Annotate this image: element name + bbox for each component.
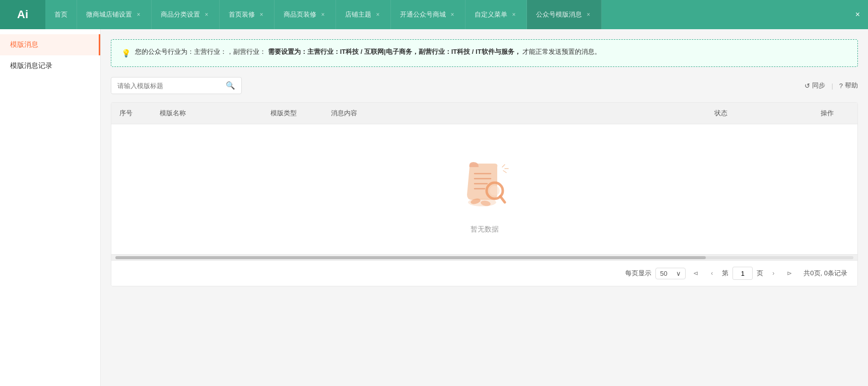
th-status: 状态	[706, 103, 797, 124]
th-type: 模版类型	[262, 103, 323, 124]
pagination: 每页显示 50 ∨ ⊲ ‹ 第 页 › ⊳ 共0页, 0条记录	[111, 260, 857, 286]
empty-icon	[454, 155, 515, 215]
nav-tab-label: 开通公众号商城	[400, 10, 446, 19]
logo-text: Ai	[17, 8, 28, 21]
svg-line-12	[503, 171, 506, 173]
next-page-button[interactable]: ›	[767, 267, 779, 279]
page-suffix: 页	[757, 269, 763, 278]
nav-tabs: 首页微商城店铺设置×商品分类设置×首页装修×商品页装修×店铺主题×开通公众号商城…	[45, 0, 847, 29]
help-button[interactable]: ? 帮助	[839, 81, 858, 90]
help-icon: ?	[839, 82, 843, 90]
notice-suffix: 才能正常发送预置的消息。	[522, 48, 601, 55]
th-content: 消息内容	[323, 103, 706, 124]
nav-tab-micro-shop[interactable]: 微商城店铺设置×	[77, 0, 152, 29]
notice-icon: 💡	[121, 47, 131, 59]
svg-line-7	[500, 196, 505, 202]
page-size-value: 50	[660, 270, 667, 277]
empty-state: 暂无数据	[111, 124, 857, 254]
sync-label: 同步	[812, 81, 825, 90]
toolbar-right: ↺ 同步 | ? 帮助	[805, 81, 858, 90]
nav-tab-label: 店铺主题	[345, 10, 371, 19]
page-size-label: 每页显示	[625, 269, 651, 278]
nav-tab-label: 自定义菜单	[475, 10, 507, 19]
divider: |	[831, 82, 833, 90]
sidebar: 模版消息模版消息记录	[0, 29, 101, 386]
notice-banner: 💡 您的公众号行业为：主营行业：，副营行业： 需要设置为：主营行业：IT科技 /…	[111, 39, 858, 67]
main-layout: 模版消息模版消息记录 💡 您的公众号行业为：主营行业：，副营行业： 需要设置为：…	[0, 29, 868, 386]
nav-tab-home[interactable]: 首页	[45, 0, 77, 29]
nav-tab-template-msg[interactable]: 公众号模版消息×	[527, 0, 602, 29]
page-summary: 共0页, 0条记录	[804, 269, 847, 278]
svg-line-10	[502, 165, 505, 167]
content-area: 💡 您的公众号行业为：主营行业：，副营行业： 需要设置为：主营行业：IT科技 /…	[101, 29, 868, 386]
search-bar: 🔍 ↺ 同步 | ? 帮助	[111, 77, 858, 94]
nav-tab-label: 微商城店铺设置	[86, 10, 132, 19]
nav-tab-product-category[interactable]: 商品分类设置×	[152, 0, 220, 29]
sync-icon: ↺	[805, 82, 810, 90]
page-number-input[interactable]	[732, 267, 753, 280]
first-page-button[interactable]: ⊲	[690, 267, 702, 279]
page-size-chevron: ∨	[676, 270, 681, 277]
scrollbar-thumb[interactable]	[115, 256, 706, 259]
nav-tab-close[interactable]: ×	[510, 11, 517, 18]
notice-highlight: 需要设置为：主营行业：IT科技 / 互联网|电子商务，副营行业：IT科技 / I…	[268, 48, 521, 55]
notice-text: 您的公众号行业为：主营行业：，副营行业： 需要设置为：主营行业：IT科技 / 互…	[135, 47, 601, 57]
nav-tab-close[interactable]: ×	[319, 11, 326, 18]
nav-tab-shop-theme[interactable]: 店铺主题×	[336, 0, 391, 29]
nav-tab-close[interactable]: ×	[449, 11, 456, 18]
nav-tab-label: 首页装修	[229, 10, 255, 19]
last-page-button[interactable]: ⊳	[783, 267, 795, 279]
search-input-wrapper[interactable]: 🔍	[111, 77, 242, 94]
search-input[interactable]	[111, 79, 220, 93]
nav-tab-close[interactable]: ×	[585, 11, 592, 18]
nav-tab-open-mall[interactable]: 开通公众号商城×	[391, 0, 465, 29]
svg-point-6	[490, 186, 500, 196]
nav-tab-close[interactable]: ×	[203, 11, 210, 18]
sidebar-item-template-msg[interactable]: 模版消息	[0, 34, 100, 55]
th-seq: 序号	[111, 103, 152, 124]
page-label: 第	[722, 269, 728, 278]
nav-tab-label: 首页	[54, 10, 68, 19]
help-label: 帮助	[845, 81, 858, 90]
search-button[interactable]: 🔍	[220, 78, 241, 94]
prev-page-button[interactable]: ‹	[706, 267, 718, 279]
empty-text: 暂无数据	[471, 225, 499, 234]
nav-tab-home-decorate[interactable]: 首页装修×	[220, 0, 275, 29]
table-header: 序号 模版名称 模版类型 消息内容 状态 操作	[111, 103, 857, 124]
table-wrapper: 序号 模版名称 模版类型 消息内容 状态 操作	[111, 102, 858, 286]
nav-tab-label: 商品分类设置	[161, 10, 200, 19]
close-all-button[interactable]: ×	[847, 10, 868, 19]
nav-tab-label: 商品页装修	[284, 10, 316, 19]
notice-prefix: 您的公众号行业为：主营行业：，副营行业：	[135, 48, 266, 55]
scrollbar-area[interactable]	[111, 254, 857, 260]
sidebar-item-template-msg-record[interactable]: 模版消息记录	[0, 55, 100, 76]
logo: Ai	[0, 0, 45, 29]
th-action: 操作	[797, 103, 857, 124]
page-size-select[interactable]: 50 ∨	[655, 268, 686, 279]
nav-tab-close[interactable]: ×	[374, 11, 381, 18]
sync-button[interactable]: ↺ 同步	[805, 81, 825, 90]
top-nav: Ai 首页微商城店铺设置×商品分类设置×首页装修×商品页装修×店铺主题×开通公众…	[0, 0, 868, 29]
nav-tab-close[interactable]: ×	[135, 11, 142, 18]
scrollbar-track[interactable]	[115, 256, 853, 259]
nav-tab-label: 公众号模版消息	[536, 10, 582, 19]
th-name: 模版名称	[152, 103, 262, 124]
nav-tab-product-decorate[interactable]: 商品页装修×	[275, 0, 336, 29]
nav-tab-close[interactable]: ×	[258, 11, 265, 18]
empty-illustration	[454, 155, 515, 215]
nav-tab-custom-menu[interactable]: 自定义菜单×	[465, 0, 527, 29]
